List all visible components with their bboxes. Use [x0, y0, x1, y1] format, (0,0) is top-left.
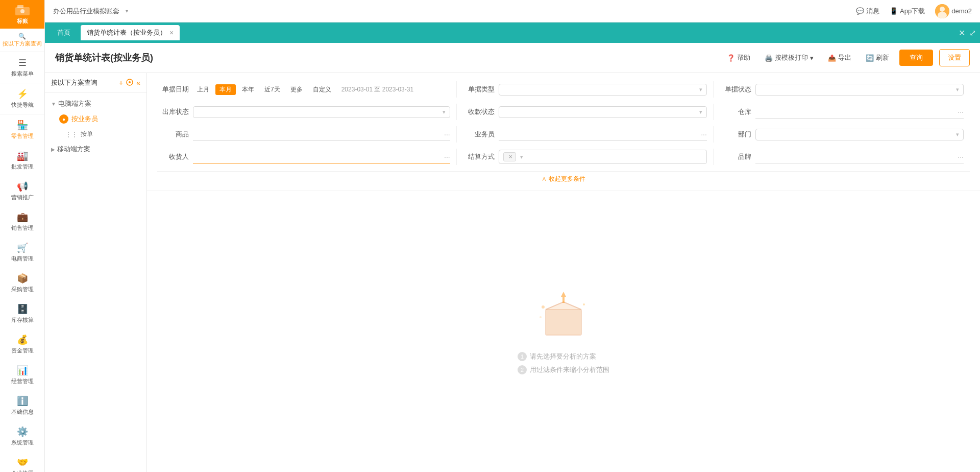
- date-tab-this-month[interactable]: 本月: [215, 84, 236, 95]
- date-tab-more[interactable]: 更多: [286, 84, 307, 95]
- filter-salesperson-group: 业务员 ···: [457, 128, 713, 141]
- brand-input[interactable]: ···: [755, 151, 964, 163]
- template-print-button[interactable]: 🖨️ 按模板打印 ▾: [761, 51, 818, 64]
- sidebar-item-wholesale[interactable]: 🏭 批发管理: [0, 145, 44, 176]
- sidebar-item-shortcut[interactable]: ⚡ 快捷导航: [0, 83, 44, 114]
- sidebar-item-enterprise[interactable]: 🤝 企业协同: [0, 452, 44, 472]
- add-scheme-button[interactable]: +: [119, 79, 123, 87]
- app-logo: 标账: [0, 0, 45, 29]
- filter-goods-group: 商品 ···: [157, 128, 456, 141]
- breadcrumb-dropdown-icon[interactable]: ▾: [126, 8, 128, 14]
- sidebar-wholesale-label: 批发管理: [11, 163, 34, 171]
- receiver-input[interactable]: ···: [193, 151, 450, 163]
- sidebar-item-purchase[interactable]: 📦 采购管理: [0, 268, 44, 298]
- refresh-button[interactable]: 🔄 刷新: [862, 51, 893, 64]
- filter-receiver-group: 收货人 ···: [157, 151, 456, 163]
- filter-row-3: 商品 ··· 业务员 ···: [157, 126, 970, 143]
- goods-dots-icon[interactable]: ···: [444, 130, 450, 138]
- outstatus-arrow-icon: ▾: [443, 109, 446, 115]
- sidebar-item-search[interactable]: ☰ 搜索菜单: [0, 52, 44, 83]
- wholesale-icon: 🏭: [17, 150, 28, 161]
- message-action[interactable]: 💬 消息: [856, 7, 879, 16]
- warehouse-dots-icon[interactable]: ···: [958, 108, 964, 116]
- sub-icon: ⋮⋮: [65, 131, 78, 138]
- tab-close-icon[interactable]: ×: [169, 29, 174, 36]
- empty-illustration: [533, 289, 594, 342]
- sidebar-sales-label: 销售管理: [11, 224, 34, 232]
- outstatus-select[interactable]: ▾: [193, 106, 450, 118]
- sidebar-item-ecommerce[interactable]: 🛒 电商管理: [0, 237, 44, 268]
- sidebar-purchase-label: 采购管理: [11, 286, 34, 293]
- doctype-label: 单据类型: [463, 85, 499, 94]
- sidebar-item-basic[interactable]: ℹ️ 基础信息: [0, 390, 44, 421]
- date-tab-this-year[interactable]: 本年: [238, 84, 258, 95]
- tree-salesperson-item[interactable]: ● 按业务员: [45, 111, 146, 127]
- filter-warehouse-group: 仓库 ···: [714, 106, 970, 119]
- refresh-icon: 🔄: [866, 54, 874, 62]
- date-tab-last-7days[interactable]: 近7天: [260, 84, 284, 95]
- warehouse-input[interactable]: ···: [755, 106, 964, 119]
- page-content: 销货单统计表(按业务员) ❓ 帮助 🖨️ 按模板打印 ▾ 📤 导出 🔄 刷: [45, 43, 980, 472]
- tab-active-salesperson[interactable]: 销货单统计表（按业务员） ×: [81, 25, 180, 40]
- sidebar-item-inventory[interactable]: 🗄️ 库存核算: [0, 298, 44, 329]
- template-print-label: 按模板打印: [775, 53, 808, 62]
- tab-home[interactable]: 首页: [49, 25, 79, 40]
- sidebar-item-retail[interactable]: 🏪 零售管理: [0, 114, 44, 145]
- settlement-tag-close-icon[interactable]: ×: [509, 153, 512, 160]
- brand-dots-icon[interactable]: ···: [958, 153, 964, 161]
- main-area: 办公用品行业模拟账套 ▾ 💬 消息 📱 App下载 de: [45, 0, 980, 472]
- collapse-panel-button[interactable]: «: [136, 79, 140, 87]
- goods-label: 商品: [157, 130, 193, 139]
- collection-select[interactable]: ▾: [499, 106, 707, 118]
- filter-row-2: 出库状态 ▾ 收款状态 ▾: [157, 104, 970, 120]
- query-button[interactable]: 查询: [899, 50, 933, 66]
- left-panel: 按以下方案查询 + « ▼: [45, 73, 147, 472]
- receiver-dots-icon[interactable]: ···: [444, 153, 450, 161]
- svg-point-11: [542, 305, 545, 309]
- sidebar-item-finance[interactable]: 💰 资金管理: [0, 329, 44, 360]
- salesperson-input[interactable]: ···: [499, 128, 707, 141]
- salesperson-dots-icon[interactable]: ···: [701, 130, 707, 138]
- outstatus-label: 出库状态: [157, 107, 193, 116]
- sidebar-item-sales[interactable]: 💼 销售管理: [0, 206, 44, 237]
- help-icon: ❓: [727, 54, 735, 62]
- collapse-filters-button[interactable]: ∧ 收起更多条件: [157, 171, 970, 186]
- docstatus-select[interactable]: ▾: [755, 84, 964, 96]
- sidebar-item-operations[interactable]: 📊 经营管理: [0, 360, 44, 390]
- page-header: 销货单统计表(按业务员) ❓ 帮助 🖨️ 按模板打印 ▾ 📤 导出 🔄 刷: [45, 43, 980, 73]
- date-tab-custom[interactable]: 自定义: [309, 84, 335, 95]
- tab-close-window-icon[interactable]: ✕: [959, 28, 965, 38]
- tree-desktop-parent[interactable]: ▼ 电脑端方案: [45, 96, 146, 111]
- svg-rect-1: [17, 5, 23, 8]
- user-profile-action[interactable]: demo2: [935, 4, 972, 18]
- warehouse-label: 仓库: [720, 107, 755, 116]
- collapse-label: 收起更多条件: [549, 175, 585, 182]
- sidebar-search[interactable]: 🔍 按以下方案查询: [0, 29, 44, 52]
- edit-scheme-button[interactable]: [126, 79, 133, 87]
- tab-maximize-icon[interactable]: ⤢: [969, 28, 976, 38]
- goods-input[interactable]: ···: [193, 128, 450, 141]
- settings-button[interactable]: 设置: [939, 49, 970, 66]
- sidebar-item-system[interactable]: ⚙️ 系统管理: [0, 421, 44, 452]
- tree-mobile-parent[interactable]: ▶ 移动端方案: [45, 141, 146, 157]
- salesperson-icon-text: ●: [62, 116, 65, 122]
- tree-by-order-item[interactable]: ⋮⋮ 按单: [45, 127, 146, 141]
- sidebar-retail-label: 零售管理: [11, 132, 34, 140]
- receiver-label: 收货人: [157, 152, 193, 161]
- avatar: [935, 4, 949, 18]
- collection-arrow-icon: ▾: [699, 109, 702, 115]
- filter-row-1: 单据日期 上月 本月 本年 近7天 更多 自定义 2023-03-01 至 20…: [157, 81, 970, 98]
- breadcrumb-text: 办公用品行业模拟账套: [53, 7, 119, 16]
- department-select[interactable]: ▾: [755, 129, 964, 140]
- help-button[interactable]: ❓ 帮助: [723, 51, 754, 64]
- settlement-select[interactable]: × ▾: [499, 150, 707, 164]
- export-button[interactable]: 📤 导出: [824, 51, 855, 64]
- sidebar-item-marketing[interactable]: 📢 营销推广: [0, 176, 44, 206]
- empty-tips: 1 请先选择要分析的方案 2 用过滤条件来缩小分析范围: [518, 352, 609, 374]
- app-download-action[interactable]: 📱 App下载: [890, 7, 925, 16]
- doctype-select[interactable]: ▾: [499, 84, 707, 96]
- filter-doctype-group: 单据类型 ▾: [457, 84, 713, 96]
- sidebar-item-label: 搜索菜单: [11, 70, 34, 78]
- date-tab-last-month[interactable]: 上月: [193, 84, 213, 95]
- filter-outstatus-group: 出库状态 ▾: [157, 106, 456, 118]
